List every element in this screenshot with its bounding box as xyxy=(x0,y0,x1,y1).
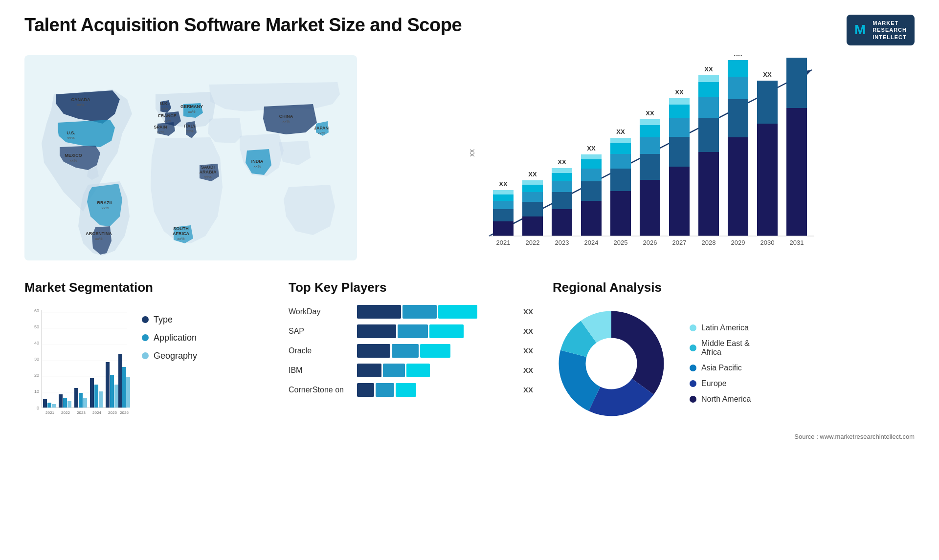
legend-application: Application xyxy=(142,333,197,343)
svg-rect-140 xyxy=(114,385,118,408)
svg-rect-123 xyxy=(47,403,51,408)
svg-text:xx%: xx% xyxy=(317,131,325,135)
svg-text:2022: 2022 xyxy=(526,239,540,246)
svg-rect-60 xyxy=(610,191,631,236)
svg-text:xx%: xx% xyxy=(177,237,184,241)
bottom-section: Market Segmentation 0 10 20 30 40 50 60 xyxy=(24,280,915,441)
svg-text:xx%: xx% xyxy=(186,129,193,133)
bar-seg-1 xyxy=(357,324,396,338)
reg-latin-america: Latin America xyxy=(690,323,751,332)
legend-type-dot xyxy=(142,316,149,323)
svg-text:2026: 2026 xyxy=(643,239,657,246)
svg-text:xx%: xx% xyxy=(95,237,102,241)
growth-chart-svg: XX XX XX XX xyxy=(372,55,915,260)
svg-text:2030: 2030 xyxy=(760,239,775,246)
player-val-workday: XX xyxy=(523,307,533,316)
segmentation-content: 0 10 20 30 40 50 60 xyxy=(24,305,269,422)
svg-text:2024: 2024 xyxy=(92,410,101,415)
svg-rect-78 xyxy=(698,152,719,236)
player-row-oracle: Oracle XX xyxy=(289,344,533,358)
svg-rect-142 xyxy=(118,354,122,408)
segmentation-title: Market Segmentation xyxy=(24,280,269,295)
svg-text:0: 0 xyxy=(37,406,39,410)
growth-chart: XX XX XX XX xyxy=(372,55,915,260)
svg-text:BRAZIL: BRAZIL xyxy=(97,200,113,205)
svg-text:XX: XX xyxy=(675,88,684,96)
svg-rect-42 xyxy=(522,216,543,236)
svg-rect-72 xyxy=(669,167,690,236)
svg-rect-122 xyxy=(43,399,47,408)
player-row-sap: SAP XX xyxy=(289,324,533,338)
svg-text:2031: 2031 xyxy=(790,239,804,246)
svg-rect-136 xyxy=(99,391,103,408)
svg-text:ITALY: ITALY xyxy=(184,124,196,129)
source-container: Source : www.marketresearchintellect.com xyxy=(553,432,915,441)
svg-text:xx%: xx% xyxy=(188,109,195,114)
svg-rect-55 xyxy=(581,181,602,201)
legend-geo-label: Geography xyxy=(154,351,197,361)
svg-rect-54 xyxy=(581,201,602,236)
svg-text:2025: 2025 xyxy=(108,410,117,415)
svg-rect-144 xyxy=(126,377,130,408)
svg-rect-49 xyxy=(552,192,572,209)
svg-rect-86 xyxy=(728,77,748,99)
svg-text:XX: XX xyxy=(469,149,476,157)
svg-rect-128 xyxy=(67,401,71,408)
legend-geography: Geography xyxy=(142,351,197,361)
player-bars-workday xyxy=(357,305,516,319)
svg-rect-90 xyxy=(757,81,778,124)
bar-seg-2 xyxy=(383,364,405,377)
svg-text:xx%: xx% xyxy=(163,119,171,123)
svg-text:XX: XX xyxy=(499,180,508,188)
svg-rect-37 xyxy=(493,209,514,221)
player-bars-oracle xyxy=(357,344,516,358)
player-name-workday: WorkDay xyxy=(289,307,352,316)
bar-seg-2 xyxy=(392,344,419,358)
svg-text:xx%: xx% xyxy=(253,164,261,169)
svg-text:U.S.: U.S. xyxy=(67,130,75,135)
page-title: Talent Acquisition Software Market Size … xyxy=(24,15,462,36)
donut-chart xyxy=(553,305,670,422)
svg-text:INDIA: INDIA xyxy=(251,159,264,164)
legend-type: Type xyxy=(142,315,197,325)
svg-text:30: 30 xyxy=(34,357,39,362)
svg-rect-69 xyxy=(640,125,660,137)
player-name-cornerstone: CornerStone on xyxy=(289,386,352,394)
svg-text:SOUTH: SOUTH xyxy=(173,226,189,231)
player-row-ibm: IBM XX xyxy=(289,364,533,377)
logo-text-block: MARKET RESEARCH INTELLECT xyxy=(872,20,907,41)
svg-text:2024: 2024 xyxy=(584,239,599,246)
segmentation-section: Market Segmentation 0 10 20 30 40 50 60 xyxy=(24,280,269,422)
reg-label-mea: Middle East &Africa xyxy=(701,339,750,357)
svg-rect-57 xyxy=(581,159,602,169)
svg-rect-81 xyxy=(698,82,719,97)
world-map: CANADA xx% U.S. xx% MEXICO xx% BRAZIL xx… xyxy=(24,55,357,260)
logo-line3: INTELLECT xyxy=(872,34,907,41)
reg-dot-mea xyxy=(690,345,696,351)
svg-text:XX: XX xyxy=(734,55,742,58)
svg-text:GERMANY: GERMANY xyxy=(180,104,203,109)
svg-rect-93 xyxy=(786,58,807,108)
svg-rect-48 xyxy=(552,209,572,236)
player-val-cornerstone: XX xyxy=(523,386,533,394)
svg-text:xx%: xx% xyxy=(101,206,109,210)
svg-text:2021: 2021 xyxy=(496,239,511,246)
svg-rect-89 xyxy=(757,124,778,236)
svg-rect-38 xyxy=(493,201,514,209)
svg-rect-73 xyxy=(669,137,690,167)
player-bars-sap xyxy=(357,324,516,338)
reg-dot-na xyxy=(690,396,696,403)
reg-label-na: North America xyxy=(701,395,751,404)
svg-rect-131 xyxy=(79,393,83,408)
svg-rect-44 xyxy=(522,192,543,202)
svg-rect-74 xyxy=(669,118,690,137)
reg-apac: Asia Pacific xyxy=(690,364,751,372)
svg-rect-84 xyxy=(728,137,748,236)
legend-geo-dot xyxy=(142,352,149,359)
svg-rect-134 xyxy=(90,378,94,408)
svg-rect-80 xyxy=(698,97,719,118)
svg-text:2023: 2023 xyxy=(555,239,569,246)
svg-text:xx%: xx% xyxy=(282,119,290,124)
legend-type-label: Type xyxy=(154,315,173,325)
svg-rect-87 xyxy=(728,60,748,77)
